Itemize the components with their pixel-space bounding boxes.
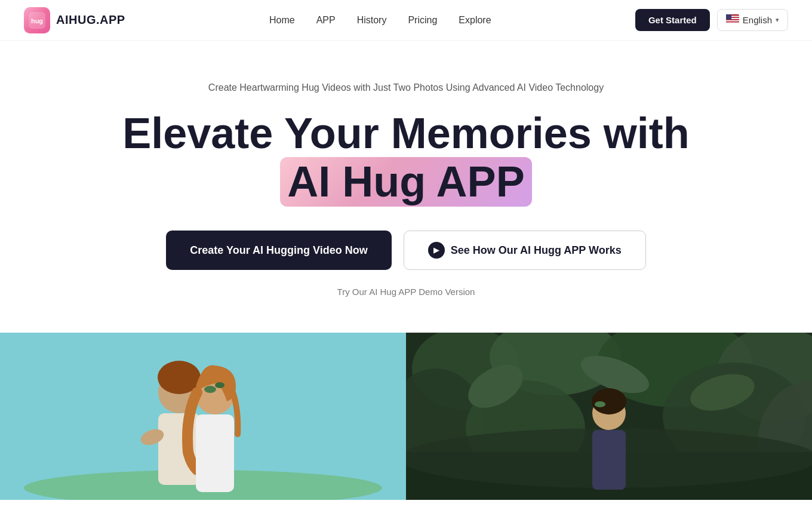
svg-rect-5 <box>726 20 739 21</box>
svg-point-17 <box>215 382 224 388</box>
svg-rect-6 <box>726 23 739 24</box>
nav-home[interactable]: Home <box>269 15 295 26</box>
hero-section: Create Heartwarming Hug Videos with Just… <box>0 41 812 327</box>
create-video-button[interactable]: Create Your AI Hugging Video Now <box>166 231 391 270</box>
hero-title-highlight: AI Hug APP <box>280 157 531 207</box>
svg-point-33 <box>592 388 626 414</box>
nav-app[interactable]: APP <box>316 15 336 26</box>
chevron-down-icon: ▾ <box>776 16 779 24</box>
nav-links: Home APP History Pricing Explore <box>269 15 491 26</box>
see-how-button[interactable]: ▶ See How Our AI Hugg APP Works <box>404 231 646 270</box>
nav-history[interactable]: History <box>357 15 387 26</box>
people-svg <box>0 333 406 500</box>
nav-explore[interactable]: Explore <box>459 15 491 26</box>
logo[interactable]: hug AIHUG.APP <box>24 7 125 33</box>
navbar: hug AIHUG.APP Home APP History Pricing E… <box>0 0 812 41</box>
svg-rect-15 <box>196 414 234 492</box>
hero-subtitle: Create Heartwarming Hug Videos with Just… <box>208 82 604 93</box>
nav-actions: Get Started English ▾ <box>635 9 788 31</box>
hero-title: Elevate Your Memories with AI Hug APP <box>122 110 690 207</box>
flag-icon <box>726 14 739 26</box>
svg-point-35 <box>595 401 605 407</box>
image-right <box>406 333 812 500</box>
foliage-svg <box>406 333 812 500</box>
brand-name: AIHUG.APP <box>56 13 125 27</box>
svg-text:hug: hug <box>31 17 43 24</box>
play-icon: ▶ <box>428 242 445 259</box>
see-how-label: See How Our AI Hugg APP Works <box>451 244 622 257</box>
right-scene <box>406 333 812 500</box>
nav-pricing[interactable]: Pricing <box>408 15 437 26</box>
demo-link[interactable]: Try Our AI Hug APP Demo Version <box>337 287 475 297</box>
image-left <box>0 333 406 500</box>
language-label: English <box>743 15 772 25</box>
left-scene <box>0 333 406 500</box>
image-section <box>0 333 812 500</box>
hero-buttons: Create Your AI Hugging Video Now ▶ See H… <box>166 231 645 270</box>
get-started-button[interactable]: Get Started <box>635 9 710 31</box>
svg-rect-7 <box>726 14 731 20</box>
svg-point-16 <box>204 386 216 393</box>
language-selector[interactable]: English ▾ <box>717 9 788 31</box>
logo-icon: hug <box>24 7 50 33</box>
hero-title-line1: Elevate Your Memories with <box>122 109 690 157</box>
svg-rect-34 <box>592 430 626 490</box>
